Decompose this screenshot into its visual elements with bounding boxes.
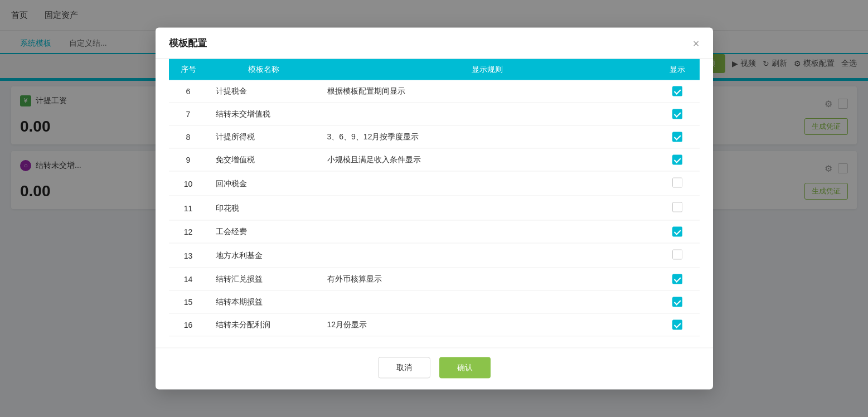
col-rule: 显示规则 xyxy=(319,59,655,80)
row-check-cell xyxy=(655,80,700,103)
row-rule xyxy=(319,103,655,125)
table-header: 序号 模板名称 显示规则 显示 xyxy=(169,59,700,80)
row-check-cell xyxy=(655,243,700,268)
row-checkbox[interactable] xyxy=(672,178,682,188)
row-rule xyxy=(319,243,655,268)
dialog-header: 模板配置 × xyxy=(156,28,713,59)
row-rule xyxy=(319,290,655,313)
dialog-body: 序号 模板名称 显示规则 显示 6计提税金根据模板配置期间显示7结转未交增值税8… xyxy=(156,59,713,348)
table-row: 11印花税 xyxy=(169,196,700,220)
row-check-cell xyxy=(655,220,700,243)
confirm-button[interactable]: 确认 xyxy=(439,357,491,379)
row-rule: 有外币核算显示 xyxy=(319,268,655,290)
row-checkbox[interactable] xyxy=(672,132,682,142)
row-check-cell xyxy=(655,313,700,336)
row-checkbox[interactable] xyxy=(672,274,682,284)
table-row: 15结转本期损益 xyxy=(169,290,700,313)
row-id: 13 xyxy=(169,243,208,268)
row-checkbox[interactable] xyxy=(672,250,682,260)
row-name: 计提所得税 xyxy=(208,125,319,148)
cancel-button[interactable]: 取消 xyxy=(378,357,430,379)
row-name: 计提税金 xyxy=(208,80,319,103)
row-check-cell xyxy=(655,148,700,171)
row-id: 15 xyxy=(169,290,208,313)
row-check-cell xyxy=(655,171,700,196)
config-table-wrap[interactable]: 序号 模板名称 显示规则 显示 6计提税金根据模板配置期间显示7结转未交增值税8… xyxy=(169,59,700,337)
dialog-footer: 取消 确认 xyxy=(156,348,713,390)
row-name: 地方水利基金 xyxy=(208,243,319,268)
row-id: 6 xyxy=(169,80,208,103)
row-name: 结转未分配利润 xyxy=(208,313,319,336)
row-checkbox[interactable] xyxy=(672,202,682,212)
row-checkbox[interactable] xyxy=(672,155,682,165)
table-row: 7结转未交增值税 xyxy=(169,103,700,125)
row-name: 结转汇兑损益 xyxy=(208,268,319,290)
dialog-title: 模板配置 xyxy=(169,37,207,50)
row-name: 工会经费 xyxy=(208,220,319,243)
row-check-cell xyxy=(655,290,700,313)
dialog-close-button[interactable]: × xyxy=(693,37,700,49)
row-rule: 根据模板配置期间显示 xyxy=(319,80,655,103)
row-id: 11 xyxy=(169,196,208,220)
row-rule: 小规模且满足收入条件显示 xyxy=(319,148,655,171)
row-name: 结转未交增值税 xyxy=(208,103,319,125)
row-name: 印花税 xyxy=(208,196,319,220)
template-config-dialog: 模板配置 × 序号 模板名称 显示规则 显示 6计提税金根据模板配置期间显示7结… xyxy=(156,28,713,390)
row-checkbox[interactable] xyxy=(672,227,682,237)
row-check-cell xyxy=(655,196,700,220)
row-rule: 12月份显示 xyxy=(319,313,655,336)
col-name: 模板名称 xyxy=(208,59,319,80)
row-name: 免交增值税 xyxy=(208,148,319,171)
row-id: 16 xyxy=(169,313,208,336)
row-check-cell xyxy=(655,125,700,148)
table-body: 6计提税金根据模板配置期间显示7结转未交增值税8计提所得税3、6、9、12月按季… xyxy=(169,80,700,337)
row-name: 回冲税金 xyxy=(208,171,319,196)
row-check-cell xyxy=(655,268,700,290)
table-row: 12工会经费 xyxy=(169,220,700,243)
table-row: 14结转汇兑损益有外币核算显示 xyxy=(169,268,700,290)
row-id: 10 xyxy=(169,171,208,196)
row-id: 12 xyxy=(169,220,208,243)
row-id: 7 xyxy=(169,103,208,125)
col-id: 序号 xyxy=(169,59,208,80)
row-rule xyxy=(319,196,655,220)
row-rule xyxy=(319,171,655,196)
row-id: 14 xyxy=(169,268,208,290)
table-row: 8计提所得税3、6、9、12月按季度显示 xyxy=(169,125,700,148)
table-row: 9免交增值税小规模且满足收入条件显示 xyxy=(169,148,700,171)
row-checkbox[interactable] xyxy=(672,109,682,119)
table-row: 6计提税金根据模板配置期间显示 xyxy=(169,80,700,103)
row-rule: 3、6、9、12月按季度显示 xyxy=(319,125,655,148)
row-checkbox[interactable] xyxy=(672,297,682,307)
row-rule xyxy=(319,220,655,243)
row-id: 9 xyxy=(169,148,208,171)
table-row: 16结转未分配利润12月份显示 xyxy=(169,313,700,336)
row-check-cell xyxy=(655,103,700,125)
table-row: 13地方水利基金 xyxy=(169,243,700,268)
row-id: 8 xyxy=(169,125,208,148)
row-checkbox[interactable] xyxy=(672,320,682,330)
config-table: 序号 模板名称 显示规则 显示 6计提税金根据模板配置期间显示7结转未交增值税8… xyxy=(169,59,700,337)
row-name: 结转本期损益 xyxy=(208,290,319,313)
row-checkbox[interactable] xyxy=(672,86,682,96)
col-display: 显示 xyxy=(655,59,700,80)
table-row: 10回冲税金 xyxy=(169,171,700,196)
